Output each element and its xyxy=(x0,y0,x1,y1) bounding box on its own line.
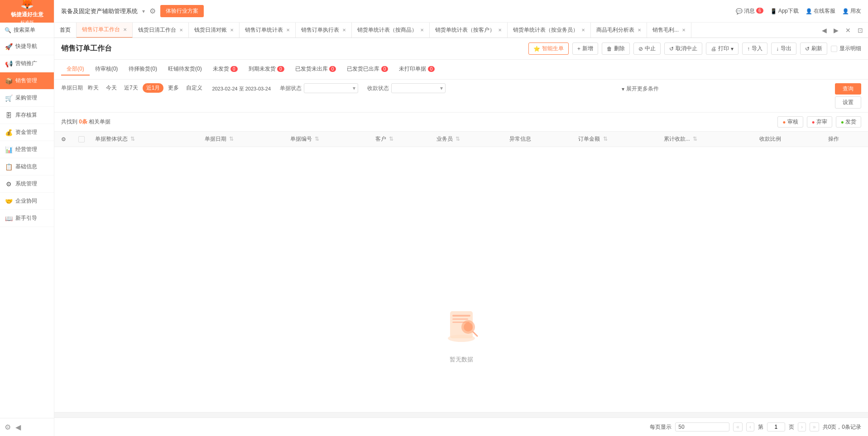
sidebar-item-management[interactable]: 📊 经营管理 xyxy=(0,141,54,158)
topbar-user[interactable]: 👤 用友 xyxy=(842,7,861,15)
tab-close-icon-2[interactable]: ✕ xyxy=(179,28,183,33)
page-number-input[interactable] xyxy=(767,422,785,431)
tab-profit[interactable]: 商品毛利分析表 ✕ xyxy=(591,23,647,38)
tab-close-all-icon[interactable]: ✕ xyxy=(843,25,854,35)
sidebar-item-sales[interactable]: 📦 销售管理 xyxy=(0,72,54,90)
tab-sales-customer[interactable]: 销货单统计表（按客户） ✕ xyxy=(430,23,508,38)
tab-sales-staff[interactable]: 销货单统计表（按业务员） ✕ xyxy=(508,23,591,38)
sidebar-item-newbie[interactable]: 📖 新手引导 xyxy=(0,210,54,227)
date-btn-7days[interactable]: 近7天 xyxy=(121,83,141,93)
table-scroll-area[interactable]: ⚙ 单据整体状态 ⇅ 单据日期 ⇅ xyxy=(54,132,868,254)
delete-btn[interactable]: 🗑 删除 xyxy=(602,43,630,55)
tab-close-icon-8[interactable]: ✕ xyxy=(581,28,585,33)
sidebar-item-quicknav[interactable]: 🚀 快捷导航 xyxy=(0,38,54,55)
tab-close-icon-3[interactable]: ✕ xyxy=(230,28,234,33)
tab-close-icon-5[interactable]: ✕ xyxy=(342,28,346,33)
settings-footer-icon[interactable]: ⚙ xyxy=(5,423,11,431)
abandon-review-btn[interactable]: ● 弃审 xyxy=(807,116,832,128)
tab-sales-order-workbench[interactable]: 销售订单工作台 ✕ xyxy=(77,23,133,38)
tab-sales-profit[interactable]: 销售毛利... ✕ xyxy=(647,23,691,38)
review-btn[interactable]: ● 审核 xyxy=(777,116,803,128)
tab-sales-stats[interactable]: 销售订单统计表 ✕ xyxy=(240,23,296,38)
new-btn[interactable]: + 新增 xyxy=(572,43,598,55)
tab-menu-icon[interactable]: ⊡ xyxy=(855,25,866,35)
ship-btn[interactable]: ● 发货 xyxy=(836,116,861,128)
import-btn[interactable]: ↑ 导入 xyxy=(742,43,767,55)
status-sort-icon[interactable]: ⇅ xyxy=(130,136,135,142)
sidebar-item-marketing[interactable]: 📢 营销推广 xyxy=(0,55,54,72)
tab-sales-exec[interactable]: 销售订单执行表 ✕ xyxy=(296,23,352,38)
sidebar-item-finance[interactable]: 💰 资金管理 xyxy=(0,124,54,141)
cancel-stop-btn[interactable]: ↺ 取消中止 xyxy=(664,43,702,55)
tab-close-icon-7[interactable]: ✕ xyxy=(498,28,502,33)
tab-sales-product[interactable]: 销货单统计表（按商品） ✕ xyxy=(352,23,430,38)
sidebar-item-purchase[interactable]: 🛒 采购管理 xyxy=(0,90,54,107)
sidebar-enterprise-label: 企业协同 xyxy=(15,197,37,205)
status-select[interactable] xyxy=(304,83,358,93)
filter-tab-shipped-out[interactable]: 已发货已出库 0 xyxy=(341,63,393,76)
refresh-btn[interactable]: ↺ 刷新 xyxy=(800,43,827,55)
expand-more-btn[interactable]: ▾ 展开更多条件 xyxy=(618,83,662,95)
topbar-settings-icon[interactable]: ⚙ xyxy=(149,7,156,15)
date-btn-custom[interactable]: 自定义 xyxy=(183,83,205,93)
tab-close-icon-9[interactable]: ✕ xyxy=(638,28,641,33)
filter-tab-unprinted[interactable]: 未打印单据 0 xyxy=(393,63,440,76)
filter-tab-wangpu[interactable]: 旺铺待发货(0) xyxy=(163,63,207,76)
amount-sort-icon[interactable]: ⇅ xyxy=(603,136,608,142)
topbar-message[interactable]: 💬 消息 6 xyxy=(736,7,763,15)
page-last-btn[interactable]: » xyxy=(810,422,819,431)
horizontal-scrollbar[interactable] xyxy=(54,412,868,417)
customer-sort-icon[interactable]: ⇅ xyxy=(389,136,393,142)
topbar-app-download[interactable]: 📱 App下载 xyxy=(770,7,799,15)
received-sort-icon[interactable]: ⇅ xyxy=(693,136,697,142)
collapse-icon[interactable]: ◀ xyxy=(15,423,21,431)
tab-close-icon-10[interactable]: ✕ xyxy=(682,28,686,33)
tab-cash-daily[interactable]: 钱货日清工作台 ✕ xyxy=(133,23,189,38)
page-next-btn[interactable]: › xyxy=(798,422,806,431)
number-sort-icon[interactable]: ⇅ xyxy=(315,136,319,142)
query-btn[interactable]: 查询 xyxy=(835,83,861,95)
smart-btn[interactable]: ⭐ 智能生单 xyxy=(528,43,569,55)
date-btn-today[interactable]: 今天 xyxy=(103,83,120,93)
print-btn[interactable]: 🖨 打印 ▾ xyxy=(706,43,739,55)
filter-tab-inspection[interactable]: 待择验货(0) xyxy=(123,63,163,76)
filter-tab-unshipped[interactable]: 未发货 0 xyxy=(207,63,243,76)
sidebar-item-inventory[interactable]: 🗄 库存核算 xyxy=(0,107,54,124)
quicknav-icon: 🚀 xyxy=(5,43,13,50)
sidebar-item-enterprise[interactable]: 🤝 企业协同 xyxy=(0,193,54,210)
ship-btn-label: 发货 xyxy=(845,118,856,126)
col-action-label: 操作 xyxy=(828,136,839,142)
topbar-dropdown-icon[interactable]: ▾ xyxy=(142,8,145,14)
select-all-checkbox[interactable] xyxy=(78,136,85,142)
display-detail-toggle[interactable]: 显示明细 xyxy=(831,45,861,52)
page-prev-btn[interactable]: ‹ xyxy=(746,422,754,431)
filter-tab-pending[interactable]: 待审核(0) xyxy=(90,63,124,76)
payment-select[interactable] xyxy=(391,83,446,93)
industry-btn[interactable]: 体验行业方案 xyxy=(160,5,204,17)
tab-close-icon[interactable]: ✕ xyxy=(123,27,127,32)
tab-close-icon-4[interactable]: ✕ xyxy=(286,28,290,33)
sidebar-item-system[interactable]: ⚙ 系统管理 xyxy=(0,175,54,193)
date-btn-yesterday[interactable]: 昨天 xyxy=(85,83,101,93)
sidebar-item-basics[interactable]: 📋 基础信息 xyxy=(0,158,54,175)
date-btn-1month[interactable]: 近1月 xyxy=(143,83,164,93)
page-first-btn[interactable]: « xyxy=(733,422,743,431)
tab-prev-icon[interactable]: ◀ xyxy=(819,25,830,35)
tab-close-icon-6[interactable]: ✕ xyxy=(420,28,424,33)
tab-home[interactable]: 首页 xyxy=(54,23,77,38)
settings-col-icon[interactable]: ⚙ xyxy=(61,136,66,142)
date-sort-icon[interactable]: ⇅ xyxy=(229,136,234,142)
topbar-online-service[interactable]: 👤 在线客服 xyxy=(806,7,835,15)
filter-tab-shipped-noout[interactable]: 已发货未出库 0 xyxy=(290,63,342,76)
tab-cash-reconcile[interactable]: 钱货日清对账 ✕ xyxy=(189,23,240,38)
date-btn-more[interactable]: 更多 xyxy=(165,83,182,93)
settings-filter-btn[interactable]: 设置 xyxy=(835,96,861,109)
export-btn[interactable]: ↓ 导出 xyxy=(771,43,796,55)
filter-tab-all[interactable]: 全部(0) xyxy=(61,63,90,76)
stop-btn[interactable]: ⊘ 中止 xyxy=(633,43,661,55)
salesman-sort-icon[interactable]: ⇅ xyxy=(456,136,460,142)
filter-tab-overdue[interactable]: 到期未发货 0 xyxy=(243,63,290,76)
per-page-select[interactable]: 50 20 100 xyxy=(675,422,729,431)
tab-next-icon[interactable]: ▶ xyxy=(831,25,841,35)
sidebar-item-search[interactable]: 🔍 搜索菜单 xyxy=(0,23,54,38)
